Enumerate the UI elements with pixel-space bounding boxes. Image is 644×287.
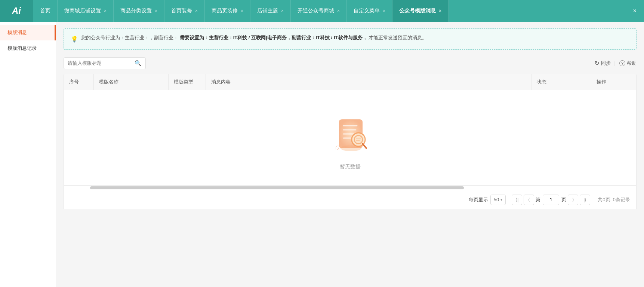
page-label-before: 第 — [536, 196, 540, 203]
nav-tab-close-home-decor[interactable]: × — [195, 8, 198, 13]
col-name: 模版名称 — [94, 74, 169, 90]
last-page-button[interactable]: |⟩ — [580, 195, 590, 205]
page-nav: ⟨| ⟨ 第 页 ⟩ |⟩ — [512, 195, 590, 205]
next-page-icon: ⟩ — [572, 197, 574, 202]
nav-tab-custom-menu[interactable]: 自定义菜单× — [347, 0, 392, 22]
nav-tab-label-product-decor: 商品页装修 — [212, 7, 238, 14]
sync-icon: ↻ — [595, 60, 600, 67]
col-status: 状态 — [531, 74, 591, 90]
first-page-icon2: | — [517, 197, 518, 202]
pagination: 每页显示 50 ▾ ⟨| ⟨ 第 页 — [64, 190, 636, 210]
nav-tab-home[interactable]: 首页 — [33, 0, 58, 22]
app-logo: Ai — [0, 0, 33, 22]
nav-tab-home-decor[interactable]: 首页装修× — [164, 0, 205, 22]
col-seq: 序号 — [64, 74, 94, 90]
svg-line-7 — [363, 144, 366, 148]
help-icon: ? — [619, 60, 625, 66]
nav-tab-open-mall[interactable]: 开通公众号商城× — [291, 0, 347, 22]
sync-button[interactable]: ↻ 同步 — [595, 60, 611, 67]
col-action: 操作 — [591, 74, 636, 90]
search-input-wrap: 🔍 — [64, 57, 146, 69]
col-content: 消息内容 — [206, 74, 531, 90]
first-page-button[interactable]: ⟨| — [512, 195, 522, 205]
empty-illustration — [328, 113, 373, 158]
dropdown-arrow-icon: ▾ — [500, 198, 502, 202]
notice-text: 您的公众号行业为：主营行业：，副营行业： 需要设置为：主营行业：IT科技 / 互… — [81, 34, 427, 42]
nav-tab-label-custom-menu: 自定义菜单 — [354, 7, 380, 14]
nav-tab-label-shop-theme: 店铺主题 — [257, 7, 278, 14]
scrollbar-thumb[interactable] — [90, 186, 464, 189]
nav-tab-shop-settings[interactable]: 微商城店铺设置× — [58, 0, 114, 22]
data-table: 序号 模版名称 模版类型 消息内容 状态 操作 — [64, 74, 637, 210]
page-input-group: 第 页 — [536, 195, 566, 205]
empty-text: 暂无数据 — [340, 164, 361, 170]
main-layout: 模版消息模版消息记录 💡 您的公众号行业为：主营行业：，副营行业： 需要设置为：… — [0, 22, 644, 287]
nav-tab-close-shop-theme[interactable]: × — [281, 8, 284, 13]
toolbar-divider: | — [614, 60, 616, 66]
nav-tab-close-shop-settings[interactable]: × — [104, 8, 107, 13]
close-all-button[interactable]: × — [626, 0, 644, 22]
page-size-label: 每页显示 — [469, 196, 488, 203]
page-number-input[interactable] — [543, 195, 559, 205]
search-input[interactable] — [68, 60, 135, 66]
nav-tab-label-category-settings: 商品分类设置 — [120, 7, 152, 14]
notice-icon: 💡 — [71, 34, 78, 44]
nav-tab-close-product-decor[interactable]: × — [241, 8, 243, 13]
nav-tab-close-template-msg[interactable]: × — [439, 8, 441, 13]
nav-tab-close-open-mall[interactable]: × — [337, 8, 340, 13]
scrollbar-area[interactable] — [64, 185, 636, 190]
nav-tab-category-settings[interactable]: 商品分类设置× — [114, 0, 164, 22]
sidebar-item-template-msg-record[interactable]: 模版消息记录 — [0, 40, 56, 56]
nav-tab-close-category-settings[interactable]: × — [155, 8, 157, 13]
nav-tab-label-home: 首页 — [40, 7, 50, 14]
nav-tab-label-home-decor: 首页装修 — [171, 7, 192, 14]
notice-highlight: 需要设置为：主营行业：IT科技 / 互联网|电子商务，副营行业：IT科技 / I… — [180, 35, 367, 40]
toolbar-right: ↻ 同步 | ? 帮助 — [595, 60, 637, 67]
page-label-after: 页 — [561, 196, 566, 203]
sidebar: 模版消息模版消息记录 — [0, 22, 56, 287]
nav-tab-template-msg[interactable]: 公众号模版消息× — [392, 0, 449, 22]
empty-state: 暂无数据 — [64, 90, 636, 185]
nav-tab-product-decor[interactable]: 商品页装修× — [205, 0, 250, 22]
content-area: 💡 您的公众号行业为：主营行业：，副营行业： 需要设置为：主营行业：IT科技 /… — [56, 22, 644, 287]
toolbar: 🔍 ↻ 同步 | ? 帮助 — [64, 57, 637, 69]
prev-page-button[interactable]: ⟨ — [524, 195, 534, 205]
table-header: 序号 模版名称 模版类型 消息内容 状态 操作 — [64, 74, 636, 90]
nav-tab-shop-theme[interactable]: 店铺主题× — [250, 0, 291, 22]
nav-tab-label-shop-settings: 微商城店铺设置 — [64, 7, 101, 14]
page-size-dropdown[interactable]: 50 ▾ — [490, 195, 506, 205]
sidebar-items-container: 模版消息模版消息记录 — [0, 25, 56, 56]
sidebar-item-template-msg[interactable]: 模版消息 — [0, 25, 56, 40]
prev-page-icon: ⟨ — [528, 197, 530, 202]
nav-tabs-container: 首页微商城店铺设置×商品分类设置×首页装修×商品页装修×店铺主题×开通公众号商城… — [33, 0, 626, 22]
nav-tab-close-custom-menu[interactable]: × — [383, 8, 385, 13]
notice-box: 💡 您的公众号行业为：主营行业：，副营行业： 需要设置为：主营行业：IT科技 /… — [64, 28, 637, 50]
search-icon[interactable]: 🔍 — [135, 60, 142, 67]
toolbar-left: 🔍 — [64, 57, 146, 69]
nav-tab-label-open-mall: 开通公众号商城 — [298, 7, 334, 14]
help-button[interactable]: ? 帮助 — [619, 60, 637, 67]
col-type: 模版类型 — [169, 74, 206, 90]
nav-tab-label-template-msg: 公众号模版消息 — [399, 7, 436, 14]
next-page-button[interactable]: ⟩ — [568, 195, 578, 205]
page-size-select: 每页显示 50 ▾ — [469, 195, 506, 205]
top-nav: Ai 首页微商城店铺设置×商品分类设置×首页装修×商品页装修×店铺主题×开通公众… — [0, 0, 644, 22]
last-page-icon2: ⟩ — [585, 197, 586, 202]
total-info: 共0页, 0条记录 — [598, 196, 630, 203]
